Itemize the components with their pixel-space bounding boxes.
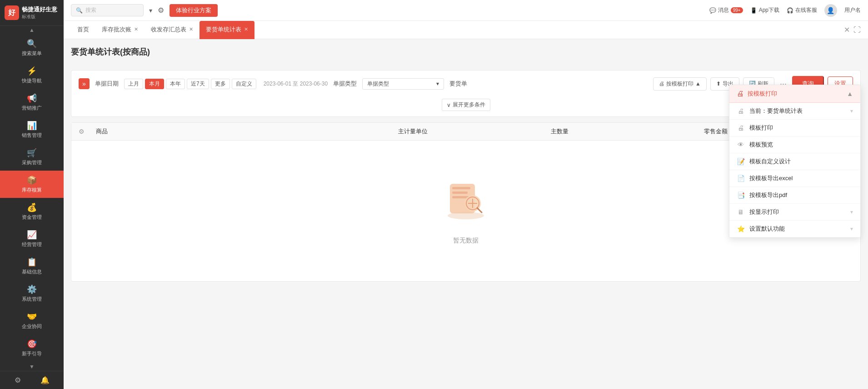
- online-service-button[interactable]: 🎧 在线客服: [787, 6, 817, 14]
- tab-close-window[interactable]: ✕: [844, 25, 850, 34]
- sidebar-item-basic[interactable]: 📋 基础信息: [0, 253, 64, 280]
- print-label: 按模板打印: [666, 80, 693, 88]
- search-icon: 🔍: [27, 39, 37, 49]
- date-btn-more[interactable]: 更多: [211, 79, 230, 89]
- sidebar-item-search-label: 搜索菜单: [22, 50, 42, 57]
- inventory-icon: 📦: [27, 175, 37, 185]
- date-btn-last7days[interactable]: 近7天: [187, 79, 209, 89]
- tab-home-label: 首页: [77, 25, 89, 34]
- sidebar-item-quick-nav[interactable]: ⚡ 快捷导航: [0, 61, 64, 89]
- popup-section-display-print[interactable]: 🖥 按显示打印 ▾: [729, 204, 860, 221]
- messages-button[interactable]: 💬 消息 99+: [709, 6, 743, 14]
- tab-home[interactable]: 首页: [71, 21, 95, 39]
- sidebar-logo: 好 畅捷通好生意 标准版: [0, 0, 64, 26]
- popup-current-label: 当前：要货单统计表: [749, 107, 846, 115]
- sidebar-item-guide[interactable]: 🎯 新手引导: [0, 334, 64, 362]
- sidebar-item-sales[interactable]: 📊 销售管理: [0, 116, 64, 143]
- popup-collapse-button[interactable]: ▲: [847, 90, 853, 97]
- column-header-product: 商品: [96, 127, 394, 136]
- sidebar-item-inventory[interactable]: 📦 库存核算: [0, 171, 64, 198]
- order-type-select[interactable]: 单据类型 ▾: [362, 78, 444, 90]
- popup-set-default-icon: ⭐: [737, 225, 745, 232]
- popup-item-export-excel[interactable]: 📄 按模板导出excel: [729, 170, 860, 187]
- order-type-dropdown-arrow: ▾: [436, 81, 439, 87]
- logo-icon: 好: [5, 5, 19, 20]
- sidebar-item-guide-label: 新手引导: [22, 350, 42, 357]
- sidebar-item-operations[interactable]: 📈 经营管理: [0, 225, 64, 253]
- sidebar-scroll-down[interactable]: ▼: [0, 363, 64, 371]
- popup-header-left: 🖨 按模板打印: [737, 90, 777, 98]
- sidebar-item-search[interactable]: 🔍 搜索菜单: [0, 34, 64, 61]
- app-download-button[interactable]: 📱 App下载: [750, 6, 779, 14]
- date-btn-custom[interactable]: 自定义: [232, 79, 256, 89]
- print-button[interactable]: 🖨 按模板打印 ▲: [653, 77, 707, 91]
- basic-icon: 📋: [27, 257, 37, 267]
- sidebar-item-finance[interactable]: 💰 资金管理: [0, 198, 64, 225]
- popup-template-preview-icon: 👁: [737, 141, 745, 148]
- header-search[interactable]: 🔍 搜索: [71, 4, 144, 16]
- popup-item-template-custom[interactable]: 📝 模板自定义设计: [729, 153, 860, 170]
- filter-expand-button[interactable]: »: [79, 78, 90, 89]
- mute-footer-icon[interactable]: 🔔: [40, 376, 50, 384]
- sales-icon: 📊: [27, 121, 37, 131]
- sidebar-nav: 🔍 搜索菜单 ⚡ 快捷导航 📢 营销推广 📊 销售管理 🛒 采购管理 📦 库存核…: [0, 34, 64, 363]
- tab-inventory-batch-close[interactable]: ✕: [134, 26, 138, 32]
- tab-order-stats-label: 要货单统计表: [206, 25, 241, 34]
- popup-current-arrow: ▾: [850, 108, 853, 114]
- popup-set-default-label: 设置默认功能: [749, 225, 785, 233]
- sidebar-item-finance-label: 资金管理: [22, 214, 42, 221]
- sidebar-item-system-label: 系统管理: [22, 296, 42, 303]
- trial-button[interactable]: 体验行业方案: [170, 4, 218, 17]
- tabs-right: ✕ ⛶: [844, 25, 861, 34]
- messages-label: 消息: [718, 6, 729, 14]
- popup-item-export-pdf[interactable]: 📑 按模板导出pdf: [729, 187, 860, 204]
- popup-section-set-default[interactable]: ⭐ 设置默认功能 ▾: [729, 221, 860, 237]
- tab-receivable-summary[interactable]: 收发存汇总表 ✕: [145, 21, 200, 39]
- tab-order-stats-close[interactable]: ✕: [244, 26, 248, 32]
- tab-order-stats[interactable]: 要货单统计表 ✕: [200, 21, 254, 39]
- popup-template-custom-icon: 📝: [737, 158, 745, 165]
- tab-receivable-summary-close[interactable]: ✕: [189, 26, 193, 32]
- sidebar-item-app-center[interactable]: 🏪 应用中心: [0, 362, 64, 363]
- app-download-label: App下载: [759, 6, 779, 14]
- tab-fullscreen[interactable]: ⛶: [853, 26, 861, 34]
- popup-template-preview-label: 模板预览: [749, 141, 853, 149]
- app-download-icon: 📱: [750, 7, 757, 14]
- order-type-select-text: 单据类型: [367, 80, 389, 88]
- header-dropdown-arrow[interactable]: ▾: [149, 7, 152, 14]
- popup-current-template[interactable]: 🖨 当前：要货单统计表 ▾: [729, 103, 860, 120]
- message-icon: 💬: [709, 7, 716, 14]
- sidebar-item-marketing-label: 营销推广: [22, 105, 42, 111]
- operations-icon: 📈: [27, 230, 37, 240]
- table-settings-icon[interactable]: ⚙: [79, 128, 92, 135]
- date-filter-label: 单据日期: [95, 80, 119, 88]
- popup-display-print-arrow: ▾: [850, 209, 853, 215]
- popup-item-template-preview[interactable]: 👁 模板预览: [729, 136, 860, 153]
- expand-more-button[interactable]: ∨ 展开更多条件: [442, 99, 490, 111]
- quick-nav-icon: ⚡: [27, 66, 37, 76]
- tab-inventory-batch-label: 库存批次账: [102, 25, 131, 34]
- settings-footer-icon[interactable]: ⚙: [15, 376, 21, 384]
- date-btn-this-year[interactable]: 本年: [166, 79, 185, 89]
- user-avatar[interactable]: 👤: [824, 4, 837, 17]
- sidebar-item-system[interactable]: ⚙️ 系统管理: [0, 280, 64, 307]
- popup-current-icon: 🖨: [737, 107, 745, 115]
- sidebar-item-marketing[interactable]: 📢 营销推广: [0, 89, 64, 116]
- sidebar-item-collab-label: 企业协同: [22, 323, 42, 330]
- sidebar-footer: ⚙ 🔔: [0, 371, 64, 389]
- popup-item-template-print[interactable]: 🖨 模板打印: [729, 120, 860, 136]
- sidebar-item-purchase[interactable]: 🛒 采购管理: [0, 143, 64, 171]
- column-header-unit: 主计量单位: [398, 127, 547, 136]
- sidebar-item-collab[interactable]: 🤝 企业协同: [0, 307, 64, 334]
- sidebar-item-quick-nav-label: 快捷导航: [22, 77, 42, 84]
- popup-template-print-label: 模板打印: [749, 124, 853, 132]
- header-gear-icon[interactable]: ⚙: [158, 6, 164, 15]
- date-btn-prev-month[interactable]: 上月: [124, 79, 143, 89]
- svg-rect-3: [452, 192, 468, 194]
- date-btn-current-month[interactable]: 本月: [145, 79, 164, 89]
- sidebar-scroll-up[interactable]: ▲: [0, 26, 64, 34]
- popup-section-default-left: ⭐ 设置默认功能: [737, 225, 785, 233]
- sidebar-item-inventory-label: 库存核算: [22, 187, 42, 193]
- sidebar: 好 畅捷通好生意 标准版 ▲ 🔍 搜索菜单 ⚡ 快捷导航 📢 营销推广 📊 销售…: [0, 0, 64, 389]
- tab-inventory-batch[interactable]: 库存批次账 ✕: [95, 21, 145, 39]
